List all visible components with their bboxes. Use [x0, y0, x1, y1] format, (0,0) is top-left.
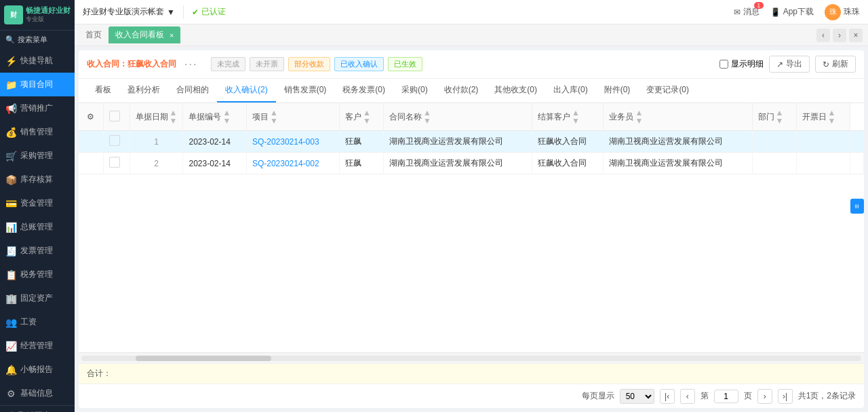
tab-contract-board[interactable]: 收入合同看板 × — [108, 26, 180, 43]
sub-tab-sales-invoice[interactable]: 销售发票(0) — [276, 79, 335, 102]
sidebar-item-report[interactable]: 🔔 小畅报告 — [0, 358, 75, 381]
user-name: 珠珠 — [844, 6, 860, 18]
table-row[interactable]: 1 2023-02-14 SQ-20230214-003 狂飙 湖南卫视商业运营… — [79, 131, 864, 153]
sub-tab-other[interactable]: 其他收支(0) — [486, 79, 545, 102]
sub-tab-revenue-confirm[interactable]: 收入确认(2) — [217, 79, 276, 102]
header-checkbox[interactable] — [109, 111, 120, 121]
col-contract-name[interactable]: 合同名称▲▼ — [383, 103, 532, 131]
col-invoice-date[interactable]: 开票日▲▼ — [796, 103, 850, 131]
sidebar-item-fixed-asset[interactable]: 🏢 固定资产 — [0, 286, 75, 310]
tab-close-btn[interactable]: × — [849, 29, 863, 42]
col-checkbox[interactable] — [103, 103, 130, 131]
sub-tab-contract-related[interactable]: 合同相的 — [168, 79, 217, 102]
sort-date[interactable]: ▲▼ — [170, 109, 178, 125]
table-footer: 合计： — [79, 363, 864, 383]
refresh-btn[interactable]: ↻ 刷新 — [815, 56, 856, 73]
sort-invoice-date[interactable]: ▲▼ — [828, 109, 836, 125]
row-check[interactable] — [103, 131, 130, 153]
sort-project[interactable]: ▲▼ — [270, 109, 278, 125]
sidebar-item-general[interactable]: 📊 总账管理 — [0, 215, 75, 239]
sidebar-item-basic[interactable]: ⚙ 基础信息 — [0, 381, 75, 405]
sidebar-item-quick-nav[interactable]: ⚡ 快捷导航 — [0, 49, 75, 73]
sidebar-item-fund[interactable]: 💳 资金管理 — [0, 191, 75, 215]
col-number[interactable]: 单据编号▲▼ — [183, 103, 246, 131]
show-detail-checkbox[interactable]: 显示明细 — [719, 56, 764, 73]
tab-prev-btn[interactable]: ‹ — [816, 29, 830, 42]
number-link[interactable]: SQ-20230214-002 — [252, 159, 319, 168]
sidebar-item-purchase[interactable]: 🛒 采购管理 — [0, 144, 75, 168]
scroll-track[interactable] — [81, 356, 861, 361]
cell-number[interactable]: SQ-20230214-002 — [246, 153, 339, 174]
sidebar-item-hr[interactable]: 👥 工资 — [0, 310, 75, 334]
sidebar-item-project[interactable]: 📁 项目合同 — [0, 73, 75, 96]
row-checkbox[interactable] — [109, 157, 120, 168]
row-check[interactable] — [103, 153, 130, 174]
marketing-label: 营销推广 — [20, 102, 53, 114]
sort-department[interactable]: ▲▼ — [776, 109, 784, 125]
row-checkbox[interactable] — [109, 135, 120, 146]
sidebar-item-ops[interactable]: 📈 经营管理 — [0, 334, 75, 358]
number-link[interactable]: SQ-20230214-003 — [252, 137, 319, 147]
cell-number[interactable]: SQ-20230214-003 — [246, 131, 339, 153]
detail-checkbox-input[interactable] — [719, 60, 728, 69]
sub-tab-purchase[interactable]: 采购(0) — [393, 79, 436, 102]
sidebar-item-sales[interactable]: 💰 销售管理 — [0, 120, 75, 144]
company-selector[interactable]: 好业财专业版演示帐套 ▼ — [83, 6, 175, 18]
col-customer[interactable]: 客户▲▼ — [339, 103, 383, 131]
next-page-btn[interactable]: › — [757, 389, 772, 404]
float-action-btn[interactable]: ≡ — [850, 198, 864, 213]
prev-page-btn[interactable]: ‹ — [680, 389, 695, 404]
sidebar-item-search[interactable]: 🔍 搜索菜单 — [0, 31, 75, 49]
tab-next-btn[interactable]: › — [833, 29, 846, 42]
tag-confirmed[interactable]: 已收入确认 — [334, 57, 384, 71]
first-page-btn[interactable]: |‹ — [660, 389, 675, 404]
horizontal-scrollbar[interactable] — [79, 352, 864, 363]
sub-tab-board[interactable]: 看板 — [87, 79, 119, 102]
sort-customer[interactable]: ▲▼ — [363, 109, 371, 125]
page-size-select[interactable]: 10 20 50 100 — [620, 389, 654, 404]
sidebar-item-inventory[interactable]: 📦 库存核算 — [0, 168, 75, 191]
table-row[interactable]: 2 2023-02-14 SQ-20230214-002 狂飙 湖南卫视商业运营… — [79, 153, 864, 174]
col-settings[interactable]: ⚙ — [79, 103, 103, 131]
more-btn[interactable]: ··· — [184, 58, 197, 71]
page-input[interactable] — [714, 390, 738, 403]
sidebar-item-invoice[interactable]: 🧾 发票管理 — [0, 239, 75, 263]
tag-partial[interactable]: 部分收款 — [288, 57, 330, 71]
last-page-btn[interactable]: ›| — [778, 389, 793, 404]
export-btn[interactable]: ↗ 导出 — [769, 56, 810, 73]
sub-tab-warehouse[interactable]: 出入库(0) — [545, 79, 596, 102]
sort-contract-name[interactable]: ▲▼ — [423, 109, 431, 125]
user-profile[interactable]: 珠 珠珠 — [825, 4, 860, 20]
sort-number[interactable]: ▲▼ — [222, 109, 231, 125]
sidebar-item-marketing[interactable]: 📢 营销推广 — [0, 96, 75, 120]
sidebar-bottom[interactable]: 📌 取消固定 — [0, 405, 75, 412]
sub-tab-change-log[interactable]: 变更记录(0) — [638, 79, 697, 102]
sort-settle-customer[interactable]: ▲▼ — [572, 109, 580, 125]
col-project[interactable]: 项目▲▼ — [246, 103, 339, 131]
col-date[interactable]: 单据日期▲▼ — [130, 103, 183, 131]
sub-tab-payment[interactable]: 收付款(2) — [436, 79, 487, 102]
col-settle-customer[interactable]: 结算客户▲▼ — [532, 103, 604, 131]
tax-icon: 📋 — [5, 269, 16, 280]
tab-home[interactable]: 首页 — [80, 26, 107, 43]
col-salesperson[interactable]: 业务员▲▼ — [604, 103, 752, 131]
tab-close-icon[interactable]: × — [170, 31, 174, 39]
check-icon: ✔ — [192, 7, 199, 17]
tag-active[interactable]: 已生效 — [388, 57, 422, 71]
tax-label: 税务管理 — [20, 269, 53, 280]
sub-tab-profit[interactable]: 盈利分析 — [119, 79, 168, 102]
sidebar-item-tax[interactable]: 📋 税务管理 — [0, 263, 75, 286]
sort-salesperson[interactable]: ▲▼ — [635, 109, 643, 125]
tag-uninvoiced[interactable]: 未开票 — [250, 57, 284, 71]
sub-tab-tax-invoice[interactable]: 税务发票(0) — [334, 79, 393, 102]
logo-sub: 专业版 — [26, 15, 71, 24]
cell-invoice-date — [850, 131, 863, 153]
message-icon: ✉ — [734, 7, 741, 17]
fund-icon: 💳 — [5, 198, 16, 209]
sub-tab-attachment[interactable]: 附件(0) — [596, 79, 639, 102]
message-btn[interactable]: ✉ 1 消息 — [734, 6, 760, 18]
scroll-thumb[interactable] — [136, 356, 271, 361]
col-department[interactable]: 部门▲▼ — [752, 103, 796, 131]
tag-uncomplete[interactable]: 未完成 — [211, 57, 245, 71]
app-download-btn[interactable]: 📱 App下载 — [770, 6, 814, 18]
